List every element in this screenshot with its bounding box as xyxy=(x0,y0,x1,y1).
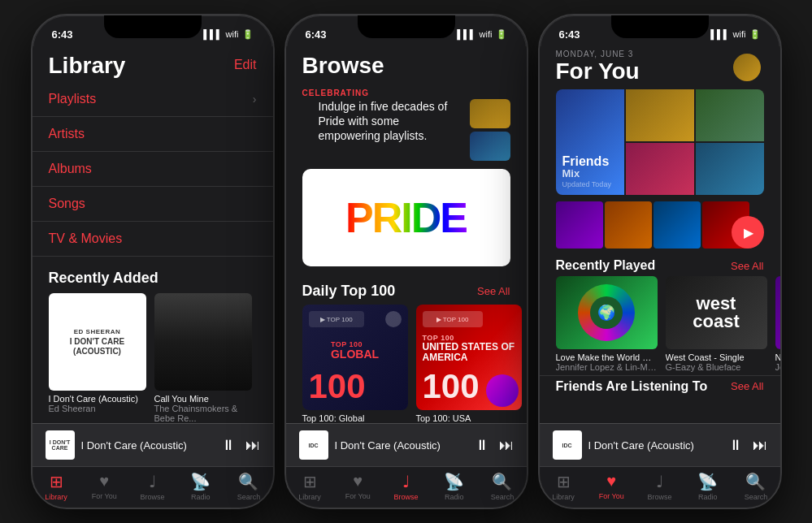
foryou-tab-label-b: For You xyxy=(345,492,371,500)
album-song-1: I DON'T CARE(ACOUSTIC) xyxy=(70,337,124,357)
phones-container: 6:43 ▌▌▌ wifi 🔋 Library Edit Playlists › xyxy=(23,6,790,517)
tab-search[interactable]: 🔍 Search xyxy=(224,472,272,501)
foryou-day: MONDAY, JUNE 3 xyxy=(556,50,640,58)
recently-played-header: Recently Played See All xyxy=(540,255,780,276)
mini-art-text-foryou: IDC xyxy=(562,443,571,448)
mini-player-controls-browse: ⏸ ⏭ xyxy=(475,437,514,454)
library-tab-icon-f: ⊞ xyxy=(557,472,571,491)
library-item-tv[interactable]: TV & Movies xyxy=(33,222,273,257)
pride-banner: PRIDE xyxy=(302,169,510,266)
tab-library-f[interactable]: ⊞ Library xyxy=(540,472,588,501)
skip-icon-library[interactable]: ⏭ xyxy=(245,437,260,454)
library-tab-label-b: Library xyxy=(298,493,321,501)
top100-badge-text: ▶ TOP 100 xyxy=(320,316,353,323)
top100-usa-number: 100 xyxy=(423,370,480,404)
edit-button[interactable]: Edit xyxy=(234,58,257,72)
top100-badge: ▶ TOP 100 xyxy=(309,311,364,327)
top100-usa-art: ▶ TOP 100 TOP 100 UNITED STATES OF AMERI… xyxy=(416,305,522,410)
side-tile-2 xyxy=(470,132,510,161)
mini-player-foryou[interactable]: IDC I Don't Care (Acoustic) ⏸ ⏭ xyxy=(540,423,780,466)
radio-tab-icon-b: 📡 xyxy=(444,472,464,491)
pause-icon-foryou[interactable]: ⏸ xyxy=(728,437,743,454)
library-list: Playlists › Artists Albums Songs TV & Mo… xyxy=(33,82,273,260)
search-tab-label-b: Search xyxy=(491,493,515,501)
library-tab-icon-b: ⊞ xyxy=(303,472,317,491)
see-all-foryou[interactable]: See All xyxy=(731,260,763,272)
tab-browse[interactable]: ♩ Browse xyxy=(128,472,176,501)
tab-radio[interactable]: 📡 Radio xyxy=(176,472,224,501)
rp-artist-2: G-Eazy & Blueface xyxy=(666,362,767,372)
tab-library-b[interactable]: ⊞ Library xyxy=(286,472,334,501)
status-icons-library: ▌▌▌ wifi 🔋 xyxy=(203,29,253,40)
album-card-1[interactable]: ED SHEERAN I DON'T CARE(ACOUSTIC) I Don'… xyxy=(49,293,146,423)
fm-grid-1 xyxy=(626,89,694,141)
play-button-overlay[interactable]: ▶ xyxy=(732,216,764,249)
top100-global-card[interactable]: ▶ TOP 100 TOP 100 GLOBAL 100 Top 100: Gl… xyxy=(302,305,408,423)
search-tab-label-f: Search xyxy=(745,493,768,501)
status-time-foryou: 6:43 xyxy=(559,28,580,41)
albums-label: Albums xyxy=(49,162,92,176)
fm-grid-4 xyxy=(696,143,764,195)
library-tab-label-f: Library xyxy=(552,493,575,501)
tab-browse-f[interactable]: ♩ Browse xyxy=(636,472,684,501)
tab-search-b[interactable]: 🔍 Search xyxy=(478,472,526,501)
see-all-browse[interactable]: See All xyxy=(477,285,510,297)
rp-art-1: 🌍 xyxy=(556,276,658,349)
tab-library[interactable]: ⊞ Library xyxy=(33,472,80,501)
top100-cards: ▶ TOP 100 TOP 100 GLOBAL 100 Top 100: Gl… xyxy=(286,305,527,423)
wifi-icon-b: wifi xyxy=(480,29,493,39)
album-artist-1: Ed Sheeran xyxy=(49,404,146,413)
foryou-tab-icon-f: ♥ xyxy=(606,472,616,491)
tab-foryou-b[interactable]: ♥ For You xyxy=(334,472,382,501)
tab-browse-b[interactable]: ♩ Browse xyxy=(382,472,430,501)
recently-played-cards: 🌍 Love Make the World Go Roun... Jennife… xyxy=(540,276,780,372)
play-tile-1 xyxy=(556,201,603,249)
browse-title: Browse xyxy=(302,53,384,78)
mini-player-art-foryou: IDC xyxy=(553,430,582,460)
search-tab-icon: 🔍 xyxy=(238,472,258,491)
rp-card-3[interactable]: N... Jo... xyxy=(775,276,780,372)
album-title-2: Call You Mine xyxy=(154,394,252,404)
see-all-friends[interactable]: See All xyxy=(731,380,763,392)
rp-card-2[interactable]: westcoast West Coast - Single G-Eazy & B… xyxy=(666,276,767,372)
tab-radio-b[interactable]: 📡 Radio xyxy=(430,472,478,501)
tab-search-f[interactable]: 🔍 Search xyxy=(732,472,779,501)
wifi-icon-f: wifi xyxy=(733,29,746,39)
rp-card-1[interactable]: 🌍 Love Make the World Go Roun... Jennife… xyxy=(556,276,658,372)
album-card-2[interactable]: Call You Mine The Chainsmokers & Bebe Re… xyxy=(154,293,252,423)
foryou-tab-icon-b: ♥ xyxy=(353,472,363,491)
pause-icon-library[interactable]: ⏸ xyxy=(221,437,236,454)
tab-radio-f[interactable]: 📡 Radio xyxy=(684,472,732,501)
library-item-playlists[interactable]: Playlists › xyxy=(33,82,273,117)
skip-icon-browse[interactable]: ⏭ xyxy=(499,437,514,454)
pause-icon-browse[interactable]: ⏸ xyxy=(475,437,489,454)
album-art-1: ED SHEERAN I DON'T CARE(ACOUSTIC) xyxy=(49,293,146,391)
skip-icon-foryou[interactable]: ⏭ xyxy=(753,437,767,454)
mini-player-title-foryou: I Don't Care (Acoustic) xyxy=(588,439,722,452)
tab-foryou-f[interactable]: ♥ For You xyxy=(588,472,636,501)
mini-player-browse[interactable]: IDC I Don't Care (Acoustic) ⏸ ⏭ xyxy=(286,423,527,466)
notch-foryou xyxy=(611,15,709,38)
daily-section-header: Daily Top 100 See All xyxy=(286,274,527,305)
street-photo xyxy=(154,293,252,391)
library-item-artists[interactable]: Artists xyxy=(33,117,273,152)
library-item-albums[interactable]: Albums xyxy=(33,152,273,187)
library-tab-icon: ⊞ xyxy=(50,472,63,491)
radio-tab-label: Radio xyxy=(191,493,211,501)
tab-bar-browse: ⊞ Library ♥ For You ♩ Browse 📡 Radio 🔍 xyxy=(286,466,527,508)
library-item-songs[interactable]: Songs xyxy=(33,187,273,222)
status-time-library: 6:43 xyxy=(52,28,73,41)
usa-bottom: 100 xyxy=(423,370,515,404)
browse-tab-label-f: Browse xyxy=(648,493,672,501)
user-avatar[interactable] xyxy=(733,54,761,81)
tab-foryou[interactable]: ♥ For You xyxy=(80,472,128,501)
top100-usa-card[interactable]: ▶ TOP 100 TOP 100 UNITED STATES OF AMERI… xyxy=(416,305,522,423)
westcoast-text: westcoast xyxy=(693,295,739,331)
top100-usa-country: UNITED STATES OF AMERICA xyxy=(423,342,515,363)
foryou-title: For You xyxy=(556,58,640,84)
browse-tab-label: Browse xyxy=(141,493,165,501)
dj-avatar xyxy=(385,311,402,327)
celebrating-row: Indulge in five decades of Pride with so… xyxy=(286,99,527,161)
top100-usa-badge: ▶ TOP 100 xyxy=(423,311,483,327)
mini-player-library[interactable]: I DON'T CARE I Don't Care (Acoustic) ⏸ ⏭ xyxy=(33,423,273,466)
